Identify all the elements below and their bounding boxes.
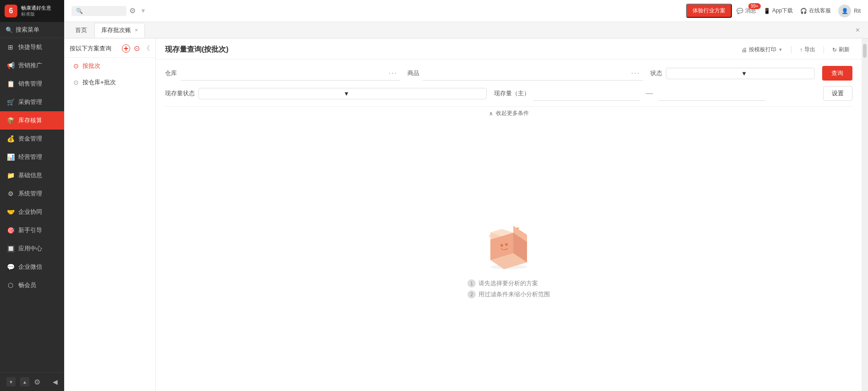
print-icon: 🖨 [742, 47, 747, 53]
nav-icon-sales: 📋 [6, 80, 15, 88]
page-title: 现存量查询(按批次) [165, 45, 229, 54]
filter-panel: 按以下方案查询 + ⊙ 《 ⊙ 按批次 ⊙ 按仓库+批次 [64, 38, 156, 391]
nav-label-apps: 应用中心 [18, 244, 42, 253]
user-menu-btn[interactable]: 👤 Rit [838, 5, 861, 17]
filter-panel-header: 按以下方案查询 + ⊙ 《 [64, 44, 155, 58]
stock-status-select[interactable]: ▼ [198, 88, 487, 99]
sidebar-item-marketing[interactable]: 📢营销推广 [0, 56, 64, 75]
empty-hints: 1 请先选择要分析的方案 2 用过滤条件来缩小分析范围 [467, 279, 550, 299]
tab-panel-close-btn[interactable]: × [852, 26, 863, 34]
nav-label-marketing: 营销推广 [18, 61, 42, 70]
warehouse-dots[interactable]: ··· [389, 69, 397, 77]
stock-qty-label: 现存量（主） [494, 89, 530, 98]
topbar-gear-icon[interactable]: ⚙ [129, 6, 136, 15]
topbar-search-icon: 🔍 [76, 8, 83, 14]
stock-qty-max-text[interactable] [661, 88, 763, 98]
results-area: ✦ ✦ 1 请先选择要分析的方案 [156, 126, 862, 391]
search-icon: 🔍 [5, 27, 13, 33]
app-download-btn[interactable]: 📱 App下载 [764, 7, 793, 15]
hint-2-text: 用过滤条件来缩小分析范围 [478, 290, 550, 299]
nav-icon-finance: 💰 [6, 135, 15, 143]
sidebar-header: 6 畅康通好生意 标准版 [0, 0, 64, 22]
search-area: 现存量查询(按批次) 🖨 按模板打印 ▼ ↑ 导出 ↻ 刷 [156, 38, 862, 391]
sidebar-item-member[interactable]: ⬡畅会员 [0, 276, 64, 294]
print-btn[interactable]: 🖨 按模板打印 ▼ [739, 44, 786, 55]
filter-item-label-batch: 按批次 [82, 62, 100, 70]
settings-btn[interactable]: 设置 [823, 86, 852, 101]
stock-qty-dash: — [646, 89, 653, 98]
topbar-search-box[interactable]: 🔍 [71, 6, 126, 16]
topbar-breadcrumb: 🔍 ⚙ ▼ [71, 6, 681, 16]
collapse-more-btn[interactable]: ∧ 收起更多条件 [165, 106, 852, 120]
product-label: 商品 [407, 69, 419, 77]
filter-panel-actions: + ⊙ 《 [122, 44, 150, 53]
sidebar-search[interactable]: 🔍 搜索菜单 [0, 22, 64, 38]
status-select[interactable]: ▼ [666, 68, 815, 79]
filter-item-warehouse-batch[interactable]: ⊙ 按仓库+批次 [64, 74, 155, 91]
export-btn[interactable]: ↑ 导出 [797, 44, 818, 55]
sidebar-brand: 畅康通好生意 标准版 [21, 5, 51, 17]
query-btn[interactable]: 查询 [822, 66, 852, 81]
refresh-icon: ↻ [832, 47, 837, 53]
sidebar-item-system[interactable]: ⚙系统管理 [0, 185, 64, 203]
collapse-icon[interactable]: ◀ [53, 378, 58, 386]
sidebar-item-sales[interactable]: 📋销售管理 [0, 75, 64, 93]
topbar-actions: 💬 消息 99+ 📱 App下载 🎧 在线客服 👤 Rit [736, 5, 861, 17]
user-name: Rit [854, 8, 861, 14]
sidebar-item-enterprise[interactable]: 🤝企业协同 [0, 203, 64, 221]
sidebar: 6 畅康通好生意 标准版 🔍 搜索菜单 ⊞快捷导航📢营销推广📋销售管理🛒采购管理… [0, 0, 64, 391]
nav-label-member: 畅会员 [18, 281, 36, 289]
stock-qty-min-input[interactable] [533, 86, 640, 101]
refresh-btn[interactable]: ↻ 刷新 [830, 44, 852, 55]
tab-close-btn[interactable]: × [135, 27, 138, 33]
sidebar-item-apps[interactable]: 🔲应用中心 [0, 239, 64, 258]
settings-icon[interactable]: ⚙ [34, 378, 40, 386]
sidebar-item-operations[interactable]: 📊经营管理 [0, 148, 64, 166]
hint-2-num: 2 [467, 290, 476, 299]
scroll-up-btn[interactable]: ▲ [20, 377, 29, 386]
collapse-up-icon: ∧ [489, 110, 493, 117]
sidebar-logo: 6 [5, 5, 17, 17]
messages-btn[interactable]: 💬 消息 99+ [736, 7, 756, 15]
status-chevron: ▼ [741, 70, 811, 77]
filter-add-icon[interactable]: + [122, 44, 130, 53]
sidebar-item-basics[interactable]: 📁基础信息 [0, 166, 64, 185]
tab-home[interactable]: 首页 [69, 23, 93, 37]
svg-point-10 [505, 243, 508, 246]
stock-qty-min-text[interactable] [536, 88, 637, 98]
sidebar-item-guide[interactable]: 🎯新手引导 [0, 221, 64, 239]
trial-btn[interactable]: 体验行业方案 [686, 4, 732, 18]
export-label: 导出 [804, 46, 815, 54]
tab-inventory-batch[interactable]: 库存批次账 × [94, 23, 145, 38]
warehouse-text-input[interactable] [183, 68, 387, 78]
nav-label-quick-nav: 快捷导航 [18, 43, 42, 51]
sidebar-item-quick-nav[interactable]: ⊞快捷导航 [0, 38, 64, 56]
page-content: 按以下方案查询 + ⊙ 《 ⊙ 按批次 ⊙ 按仓库+批次 现存量查询(按批次) [64, 38, 868, 391]
product-dots[interactable]: ··· [631, 69, 640, 77]
warehouse-input[interactable]: ··· [181, 66, 400, 81]
product-input[interactable]: ··· [423, 66, 643, 81]
scroll-down-btn[interactable]: ▼ [6, 377, 16, 386]
sidebar-item-purchase[interactable]: 🛒采购管理 [0, 93, 64, 111]
print-chevron: ▼ [778, 47, 783, 52]
nav-label-purchase: 采购管理 [18, 98, 42, 106]
right-scrollbar[interactable] [862, 38, 868, 391]
sidebar-item-finance[interactable]: 💰资金管理 [0, 130, 64, 148]
filter-panel-title: 按以下方案查询 [70, 44, 111, 53]
filter-settings-icon[interactable]: ⊙ [134, 44, 140, 53]
search-header-actions: 🖨 按模板打印 ▼ ↑ 导出 ↻ 刷新 [739, 44, 852, 55]
sidebar-item-wechat[interactable]: 💬企业微信 [0, 258, 64, 276]
product-text-input[interactable] [426, 68, 629, 78]
nav-label-finance: 资金管理 [18, 135, 42, 143]
filter-collapse-icon[interactable]: 《 [143, 44, 150, 53]
warehouse-label: 仓库 [165, 69, 177, 77]
nav-icon-enterprise: 🤝 [6, 208, 15, 216]
online-service-btn[interactable]: 🎧 在线客服 [800, 7, 831, 15]
main-area: 🔍 ⚙ ▼ 体验行业方案 💬 消息 99+ 📱 App下载 🎧 在线客服 👤 [64, 0, 868, 391]
filter-row-1: 仓库 ··· 商品 ··· 状态 [165, 66, 852, 81]
stock-qty-max-input[interactable] [659, 86, 765, 101]
print-label: 按模板打印 [749, 46, 776, 54]
filter-item-batch[interactable]: ⊙ 按批次 [64, 58, 155, 74]
message-icon: 💬 [736, 8, 743, 14]
sidebar-item-inventory[interactable]: 📦库存核算 [0, 111, 64, 130]
